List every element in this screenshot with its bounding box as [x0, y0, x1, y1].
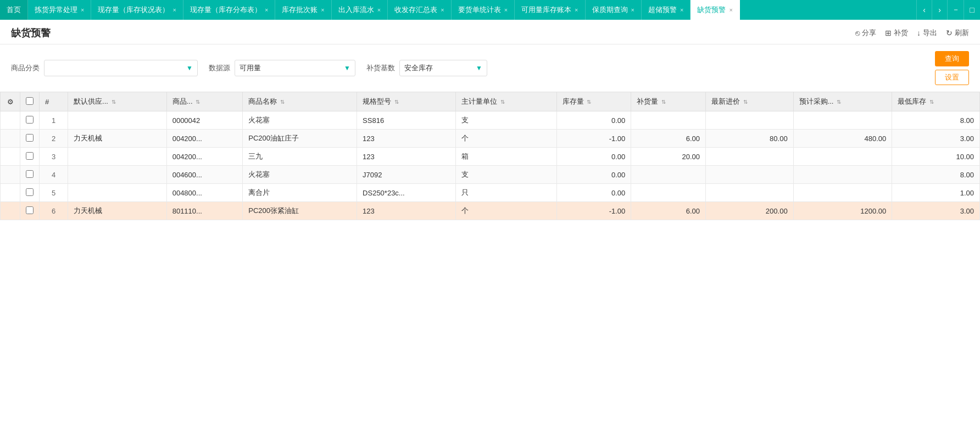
- row-checkbox[interactable]: [26, 188, 34, 196]
- query-button[interactable]: 查询: [935, 51, 969, 66]
- row-supplier: [68, 184, 167, 202]
- select-all-checkbox[interactable]: [26, 97, 34, 105]
- window-minimize-button[interactable]: －: [947, 0, 964, 20]
- row-latest-price: [705, 166, 793, 184]
- nav-tab-inventory-status[interactable]: 现存量（库存状况表） ×: [91, 0, 183, 20]
- settings-button[interactable]: 设置: [935, 70, 969, 85]
- row-checkbox[interactable]: [26, 206, 34, 214]
- row-checkbox-cell[interactable]: [20, 130, 40, 148]
- row-estimated-purchase: [793, 184, 892, 202]
- column-product-name[interactable]: 商品名称 ⇅: [243, 92, 357, 111]
- export-icon: ↓: [917, 29, 921, 37]
- row-index: 4: [40, 166, 68, 184]
- row-min-stock: 3.00: [892, 130, 980, 148]
- row-checkbox-cell[interactable]: [20, 111, 40, 130]
- row-product-code: 0000042: [166, 111, 243, 130]
- replenish-base-select[interactable]: 安全库存 ▼: [399, 60, 487, 76]
- nav-tab-home[interactable]: 首页: [0, 0, 28, 20]
- column-default-supplier[interactable]: 默认供应... ⇅: [68, 92, 167, 111]
- export-button[interactable]: ↓ 导出: [917, 28, 937, 38]
- row-unit: 支: [455, 111, 556, 130]
- close-icon[interactable]: ×: [729, 7, 732, 13]
- row-product-name: PC200张紧油缸: [243, 202, 357, 220]
- row-checkbox[interactable]: [26, 170, 34, 178]
- row-min-stock: 8.00: [892, 111, 980, 130]
- table-header-row: ⚙ # 默认供应... ⇅ 商品... ⇅ 商品名称 ⇅: [1, 92, 980, 111]
- row-product-code: 801110...: [166, 202, 243, 220]
- nav-tab-batch[interactable]: 库存批次账 ×: [275, 0, 331, 20]
- row-replenish: [631, 166, 706, 184]
- row-checkbox-cell[interactable]: [20, 202, 40, 220]
- nav-tab-summary[interactable]: 收发存汇总表 ×: [388, 0, 451, 20]
- column-settings[interactable]: ⚙: [1, 92, 20, 111]
- close-icon[interactable]: ×: [172, 7, 176, 13]
- row-gear: [1, 111, 20, 130]
- table-row: 3 004200... 三九 123 箱 0.00 20.00 10.00: [1, 148, 980, 166]
- row-checkbox-cell[interactable]: [20, 166, 40, 184]
- row-checkbox[interactable]: [26, 134, 34, 142]
- close-icon[interactable]: ×: [504, 7, 508, 13]
- row-supplier: [68, 166, 167, 184]
- row-checkbox[interactable]: [26, 116, 34, 124]
- category-label: 商品分类: [11, 63, 40, 73]
- nav-prev-button[interactable]: ‹: [916, 0, 932, 20]
- chevron-down-icon: ▼: [476, 64, 482, 72]
- column-replenish[interactable]: 补货量 ⇅: [631, 92, 706, 111]
- nav-tab-order-stats[interactable]: 要货单统计表 ×: [452, 0, 515, 20]
- row-gear: [1, 184, 20, 202]
- close-icon[interactable]: ×: [575, 7, 578, 13]
- close-icon[interactable]: ×: [377, 7, 381, 13]
- row-estimated-purchase: [793, 148, 892, 166]
- nav-tab-overstock[interactable]: 超储预警 ×: [642, 0, 691, 20]
- close-icon[interactable]: ×: [680, 7, 683, 13]
- row-latest-price: [705, 148, 793, 166]
- column-estimated-purchase[interactable]: 预计采购... ⇅: [793, 92, 892, 111]
- nav-tab-available[interactable]: 可用量库存账本 ×: [515, 0, 585, 20]
- refresh-button[interactable]: ↻ 刷新: [946, 28, 969, 38]
- nav-tab-flow[interactable]: 出入库流水 ×: [332, 0, 388, 20]
- column-product-code[interactable]: 商品... ⇅: [166, 92, 243, 111]
- table-row: 4 004600... 火花塞 J7092 支 0.00 8.00: [1, 166, 980, 184]
- column-checkbox[interactable]: [20, 92, 40, 111]
- replenish-base-value: 安全库存: [404, 63, 433, 73]
- close-icon[interactable]: ×: [265, 7, 268, 13]
- row-min-stock: 3.00: [892, 202, 980, 220]
- column-unit[interactable]: 主计量单位 ⇅: [455, 92, 556, 111]
- window-maximize-button[interactable]: □: [964, 0, 980, 20]
- column-stock[interactable]: 库存量 ⇅: [556, 92, 631, 111]
- row-checkbox-cell[interactable]: [20, 148, 40, 166]
- close-icon[interactable]: ×: [321, 7, 324, 13]
- category-select[interactable]: ▼: [44, 60, 198, 76]
- sort-icon: ⇅: [500, 99, 505, 105]
- row-gear: [1, 130, 20, 148]
- nav-tab-shortage[interactable]: 缺货预警 ×: [691, 0, 739, 20]
- column-spec[interactable]: 规格型号 ⇅: [357, 92, 456, 111]
- row-supplier: [68, 148, 167, 166]
- sort-icon: ⇅: [394, 99, 399, 105]
- datasource-filter: 数据源 可用量 ▼: [209, 60, 355, 76]
- nav-next-button[interactable]: ›: [932, 0, 947, 20]
- close-icon[interactable]: ×: [81, 7, 84, 13]
- sort-icon: ⇅: [743, 99, 748, 105]
- column-latest-price[interactable]: 最新进价 ⇅: [705, 92, 793, 111]
- header-actions: ⎋ 分享 ⊞ 补货 ↓ 导出 ↻ 刷新: [855, 28, 969, 38]
- close-icon[interactable]: ×: [441, 7, 444, 13]
- nav-tab-inventory-dist[interactable]: 现存量（库存分布表） ×: [183, 0, 275, 20]
- close-icon[interactable]: ×: [631, 7, 634, 13]
- datasource-value: 可用量: [240, 63, 261, 73]
- row-checkbox[interactable]: [26, 152, 34, 160]
- share-button[interactable]: ⎋ 分享: [855, 28, 876, 38]
- page-content: 缺货预警 ⎋ 分享 ⊞ 补货 ↓ 导出 ↻ 刷新 商品分类: [0, 20, 980, 437]
- row-product-code: 004800...: [166, 184, 243, 202]
- nav-tab-expiry[interactable]: 保质期查询 ×: [586, 0, 642, 20]
- row-unit: 个: [455, 202, 556, 220]
- nav-tab-picking[interactable]: 拣货异常处理 ×: [28, 0, 91, 20]
- datasource-select[interactable]: 可用量 ▼: [235, 60, 355, 76]
- table-row: 5 004800... 离合片 DS250*23c... 只 0.00 1.00: [1, 184, 980, 202]
- row-checkbox-cell[interactable]: [20, 184, 40, 202]
- page-header: 缺货预警 ⎋ 分享 ⊞ 补货 ↓ 导出 ↻ 刷新: [0, 20, 980, 44]
- replenish-button[interactable]: ⊞ 补货: [885, 28, 908, 38]
- table-row: 2 力天机械 004200... PC200油缸庄子 123 个 -1.00 6…: [1, 130, 980, 148]
- column-min-stock[interactable]: 最低库存 ⇅: [892, 92, 980, 111]
- row-spec: DS250*23c...: [357, 184, 456, 202]
